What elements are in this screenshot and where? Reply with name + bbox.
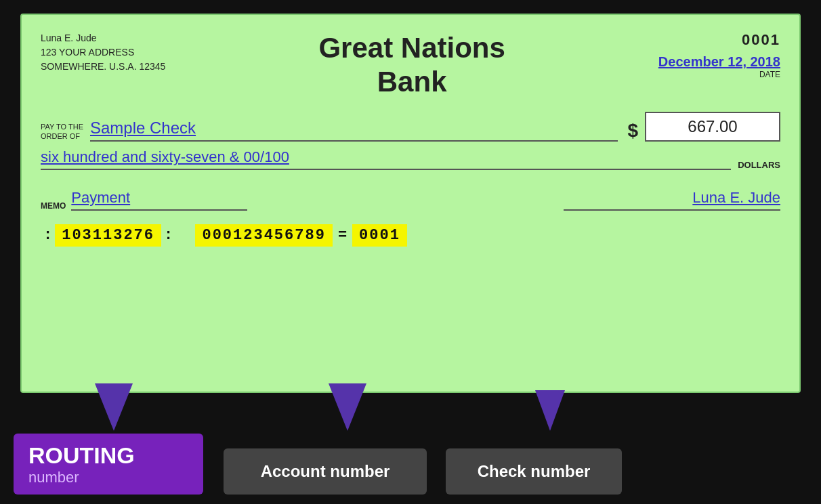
pay-to-label: PAY TO THEORDER OF (41, 122, 83, 142)
micr-line: : 103113276 : 000123456789 = 0001 (41, 224, 780, 247)
account-holder-info: Luna E. Jude 123 YOUR ADDRESS SOMEWHERE.… (41, 31, 165, 74)
bank-name: Great NationsBank (179, 31, 644, 100)
dollars-label: DOLLARS (738, 160, 780, 170)
check-number-label: Check number (446, 448, 622, 495)
signature: Luna E. Jude (564, 189, 780, 211)
address-line1: 123 YOUR ADDRESS (41, 45, 165, 60)
account-number-label-text: Account number (261, 462, 390, 481)
check-top-right: 0001 December 12, 2018 DATE (658, 31, 780, 79)
dollar-sign: $ (627, 120, 638, 142)
routing-label: ROUTING number (14, 434, 203, 495)
routing-label-line1: ROUTING (28, 442, 203, 469)
account-number: 000123456789 (195, 224, 332, 247)
micr-open1: : (43, 227, 52, 244)
micr-dash: = (338, 227, 347, 244)
account-holder-name: Luna E. Jude (41, 31, 165, 45)
memo-value: Payment (71, 189, 247, 211)
check-number-display: 0001 (742, 31, 780, 48)
payee-field: Sample Check (90, 138, 618, 142)
routing-number: 103113276 (55, 224, 161, 247)
check-number-micr: 0001 (352, 224, 407, 247)
account-number-label: Account number (224, 448, 427, 495)
routing-arrow (95, 383, 133, 431)
written-amount: six hundred and sixty-seven & 00/100 (41, 148, 731, 170)
memo-sig-row: MEMO Payment Luna E. Jude (41, 189, 780, 211)
check: Luna E. Jude 123 YOUR ADDRESS SOMEWHERE.… (20, 14, 801, 393)
address-line2: SOMEWHERE. U.S.A. 12345 (41, 60, 165, 74)
amount-box: 667.00 (645, 112, 780, 142)
memo-label: MEMO (41, 201, 66, 211)
check-number-label-text: Check number (478, 462, 591, 481)
check-arrow (535, 390, 565, 431)
bottom-area: ROUTING number Account number Check numb… (0, 404, 821, 504)
account-arrow (329, 383, 366, 431)
routing-label-line2: number (28, 469, 203, 486)
check-date: December 12, 2018 (658, 54, 780, 70)
date-label: DATE (658, 70, 780, 79)
payee-name: Sample Check (90, 119, 196, 138)
pay-to-row: PAY TO THEORDER OF Sample Check $ 667.00 (41, 112, 780, 142)
written-amount-row: six hundred and sixty-seven & 00/100 DOL… (41, 148, 780, 170)
micr-close1: : (164, 227, 173, 244)
